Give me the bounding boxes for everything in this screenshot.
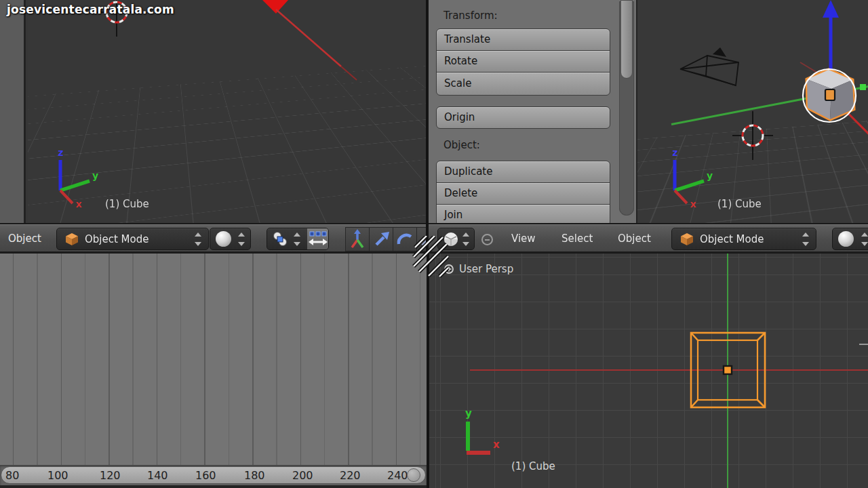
stepper-arrows[interactable] (293, 232, 300, 246)
axis-z-label: z (672, 147, 677, 158)
frame-tick: 160 (195, 469, 216, 482)
frame-tick: 200 (292, 469, 313, 482)
mode-dropdown[interactable]: Object Mode (56, 228, 209, 250)
axis-y-label: y (92, 170, 98, 181)
shading-sphere-icon (216, 231, 231, 247)
active-object-label: (1) Cube (717, 198, 762, 210)
resize-cursor (412, 236, 449, 278)
shading-dropdown[interactable] (832, 228, 868, 250)
object-menu[interactable]: Object (618, 232, 651, 245)
watermark: josevicentecarratala.com (7, 3, 174, 16)
toolshelf-transform-label: Transform: (443, 9, 498, 22)
toolshelf-scrollbar-thumb[interactable] (620, 0, 633, 79)
pivot-point-icon (271, 231, 289, 247)
cube-icon (680, 232, 694, 246)
area-bottom-edge (0, 485, 427, 488)
scrollbar-zoom-handle[interactable] (407, 468, 420, 482)
cube-icon (65, 232, 79, 246)
axis-y-label: y (465, 407, 472, 420)
timeline-area[interactable]: 80 100 120 140 160 180 200 220 240 (0, 253, 427, 488)
axis-x-label: x (690, 199, 696, 209)
axis-gizmo: y x (450, 406, 524, 467)
mode-dropdown-label: Object Mode (85, 233, 149, 245)
manipulator-axes-button[interactable] (345, 227, 370, 251)
frame-tick: 80 (5, 469, 19, 482)
viewport-area-top-right[interactable]: Transform: Translate Rotate Scale Origin… (429, 0, 868, 224)
axis-x-label: x (493, 439, 500, 451)
frame-tick: 220 (340, 469, 361, 482)
translate-manipulator-button[interactable] (369, 227, 393, 251)
stepper-arrows[interactable] (802, 232, 809, 246)
axis-y-label: y (707, 170, 713, 181)
shading-sphere-icon (838, 231, 854, 247)
stepper-arrows[interactable] (194, 232, 201, 246)
stepper-arrows[interactable] (462, 232, 469, 246)
collapse-menus-icon[interactable] (481, 234, 493, 245)
viewport-area-top-left[interactable]: z y x (1) Cube (0, 0, 426, 224)
header-3dview-left: Object Object Mode (0, 224, 426, 253)
axis-z-label: z (58, 147, 63, 158)
rotate-button[interactable]: Rotate (436, 50, 610, 73)
axis-x-label: x (76, 199, 82, 209)
stepper-arrows[interactable] (861, 232, 868, 246)
delete-button[interactable]: Delete (436, 182, 610, 205)
manipulator-widget-toggle[interactable] (307, 228, 328, 249)
camera-object[interactable] (676, 46, 747, 92)
toolshelf-edge-strip[interactable] (0, 0, 26, 224)
frame-tick: 180 (244, 469, 265, 482)
viewport-3d-top-left[interactable]: z y x (1) Cube (28, 0, 426, 224)
frame-tick: 120 (100, 469, 121, 482)
active-object-label: (1) Cube (105, 198, 149, 210)
cube-wireframe-selected[interactable] (687, 329, 770, 413)
translate-arrow-icon (371, 229, 391, 249)
view-menu[interactable]: View (511, 232, 536, 245)
viewport-3d-bottom[interactable]: User Persp y x (1) Cube (429, 253, 868, 488)
clipped-widget-fragment (859, 344, 868, 345)
x-axis-manipulator-arrow[interactable] (231, 0, 380, 81)
translate-button[interactable]: Translate (436, 28, 610, 51)
timeline-canvas[interactable] (0, 253, 427, 465)
frame-tick: 240 (387, 469, 408, 482)
select-menu[interactable]: Select (561, 232, 593, 245)
pivot-dropdown[interactable] (267, 228, 329, 250)
shading-dropdown[interactable] (210, 228, 251, 250)
origin-button[interactable]: Origin (436, 106, 610, 129)
header-3dview-right: View Select Object Object Mode (429, 224, 868, 253)
stepper-arrows[interactable] (237, 232, 245, 246)
frame-tick: 100 (47, 469, 68, 482)
manipulator-widget-icon (309, 230, 328, 248)
join-button[interactable]: Join (436, 204, 610, 224)
blender-window: z y x (1) Cube Transform: Translate Rota… (0, 0, 868, 488)
cube-object-selected[interactable] (798, 58, 866, 134)
toolshelf-scrollbar-track[interactable] (619, 1, 634, 216)
active-object-label: (1) Cube (511, 460, 555, 472)
timeline-scrollbar-track[interactable]: 80 100 120 140 160 180 200 220 240 (0, 465, 427, 485)
object-menu[interactable]: Object (8, 232, 41, 245)
view-name-label: User Persp (459, 263, 513, 275)
scale-button[interactable]: Scale (436, 72, 610, 96)
mode-dropdown[interactable]: Object Mode (671, 228, 816, 250)
toolshelf-object-label: Object: (443, 139, 480, 151)
x-axis-line (470, 369, 868, 371)
mode-dropdown-label: Object Mode (700, 233, 764, 245)
object-origin-dot (724, 366, 732, 374)
duplicate-button[interactable]: Duplicate (436, 161, 610, 183)
frame-tick: 140 (147, 469, 168, 482)
timeline-scrollbar-thumb[interactable]: 80 100 120 140 160 180 200 220 240 (1, 466, 426, 484)
axes-icon (347, 229, 368, 249)
